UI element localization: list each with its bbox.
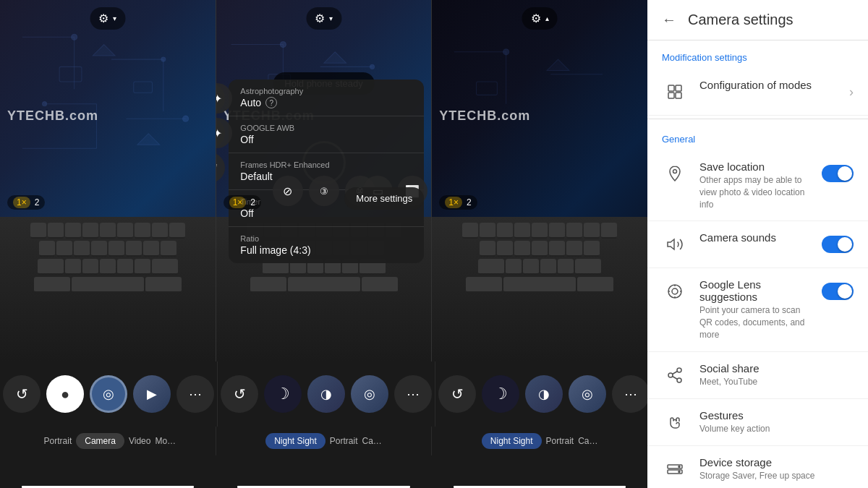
- settings-title: Camera settings: [688, 12, 793, 28]
- mode-label-camera-2[interactable]: Ca…: [362, 436, 382, 446]
- svg-line-44: [673, 371, 678, 374]
- overlay-row-ratio: Ratio Full image (4:3): [229, 227, 424, 263]
- mode-icon-sync-3[interactable]: ↺: [438, 375, 476, 413]
- gestures-subtitle: Volume key action: [699, 423, 854, 435]
- overlay-row-awb: GOOGLE AWB Off: [229, 116, 424, 153]
- panel-top-bar-2: ⚙ ▾: [306, 7, 341, 30]
- camera-panel-2: YTECHB.com Hold phone steady ⚙ ▾ Astroph…: [216, 0, 433, 361]
- mode-label-camera-1[interactable]: Camera: [76, 433, 124, 449]
- config-modes-title: Configuration of modes: [699, 79, 838, 91]
- svg-point-40: [677, 368, 681, 372]
- save-location-toggle[interactable]: [822, 165, 854, 182]
- mode-icon-camera-1[interactable]: ◎: [90, 375, 127, 413]
- settings-item-save-location[interactable]: Save location Other apps may be able to …: [647, 150, 868, 221]
- settings-pill-1[interactable]: ⚙ ▾: [90, 7, 125, 30]
- share-icon: [662, 362, 688, 388]
- social-share-title: Social share: [699, 362, 854, 374]
- google-lens-content: Google Lens suggestions Point your camer…: [699, 278, 810, 341]
- settings-pill-2[interactable]: ⚙ ▾: [306, 7, 341, 30]
- mode-icon-camera-3[interactable]: ◎: [569, 375, 606, 413]
- mode-icon-night-2[interactable]: ☽: [264, 375, 302, 413]
- mode-icon-night-3[interactable]: ☽: [482, 375, 519, 413]
- settings-item-device-storage[interactable]: Device storage Storage Saver, Free up sp…: [647, 446, 868, 488]
- chevron-right-icon: ›: [849, 85, 854, 100]
- settings-pill-3[interactable]: ⚙ ▴: [522, 7, 558, 30]
- lens-icon: [662, 278, 688, 304]
- svg-rect-12: [59, 67, 82, 82]
- mode-label-night-3[interactable]: Night Sight: [482, 433, 542, 449]
- mode-label-video-1[interactable]: Video: [129, 436, 150, 446]
- svg-point-38: [668, 285, 681, 298]
- camera-section: YTECHB.com ⚙ ▾ 1× 2: [0, 0, 647, 488]
- mode-label-more-1[interactable]: Mo…: [155, 436, 176, 446]
- camera-sounds-content: Camera sounds: [699, 231, 810, 244]
- svg-rect-34: [668, 93, 674, 98]
- mode-labels-3: Night Sight Portrait Ca…: [432, 427, 647, 455]
- mode-label-portrait-1[interactable]: Portrait: [44, 436, 72, 446]
- mode-icon-more-3[interactable]: ⋯: [612, 375, 647, 413]
- zoom-badge-2: 1× 2: [224, 195, 261, 210]
- panel-top-bar-3: ⚙ ▴: [522, 7, 558, 30]
- device-storage-content: Device storage Storage Saver, Free up sp…: [699, 456, 854, 482]
- svg-point-47: [678, 466, 680, 467]
- sound-icon: [662, 231, 688, 257]
- svg-point-39: [672, 288, 678, 294]
- mode-label-portrait-2[interactable]: Portrait: [330, 436, 358, 446]
- mode-label-portrait-3[interactable]: Portrait: [546, 436, 574, 446]
- mode-icon-portrait-2[interactable]: ◑: [307, 375, 345, 413]
- grid-icon: [662, 79, 688, 105]
- mode-icon-portrait-3[interactable]: ◑: [525, 375, 563, 413]
- mode-icon-camera-2[interactable]: ◎: [351, 375, 388, 413]
- mode-icon-video-1[interactable]: ▶: [133, 375, 171, 413]
- svg-marker-14: [93, 45, 115, 56]
- sparkle-icon[interactable]: ✦: [216, 83, 233, 114]
- storage-icon: [662, 456, 688, 482]
- zoom-badge-1: 1× 2: [7, 195, 45, 210]
- svg-point-5: [161, 57, 166, 61]
- timer-3-icon[interactable]: ③: [309, 176, 339, 206]
- settings-item-social-share[interactable]: Social share Meet, YouTube: [647, 352, 868, 399]
- svg-marker-31: [547, 59, 569, 70]
- mode-label-night-2[interactable]: Night Sight: [265, 433, 326, 449]
- svg-marker-37: [668, 239, 674, 249]
- settings-item-gestures[interactable]: Gestures Volume key action: [647, 399, 868, 446]
- camera-sounds-toggle[interactable]: [822, 236, 854, 253]
- mode-labels-2: Night Sight Portrait Ca…: [216, 427, 433, 455]
- mode-label-row: Portrait Camera Video Mo… Night Sight Po…: [0, 427, 647, 455]
- settings-item-config-modes[interactable]: Configuration of modes ›: [647, 69, 868, 116]
- mode-panel-2: ↺ ☽ ◑ ◎ ⋯: [218, 361, 435, 427]
- gear-icon-3: ⚙: [531, 12, 541, 25]
- mode-label-camera-3[interactable]: Ca…: [578, 436, 597, 446]
- settings-item-google-lens[interactable]: Google Lens suggestions Point your camer…: [647, 268, 868, 351]
- info-icon[interactable]: ?: [265, 97, 277, 108]
- gestures-title: Gestures: [699, 409, 854, 421]
- camera-panels: YTECHB.com ⚙ ▾ 1× 2: [0, 0, 647, 361]
- svg-point-9: [43, 102, 47, 106]
- camera-bottom-controls: ↺ ● ◎ ▶ ⋯ ↺: [0, 361, 647, 488]
- gear-icon-2: ⚙: [315, 12, 325, 25]
- mode-icon-more-2[interactable]: ⋯: [394, 375, 432, 413]
- google-lens-title: Google Lens suggestions: [699, 278, 810, 303]
- overlay-row-astro: Astrophotography Auto ?: [229, 80, 424, 116]
- mode-icon-sync-2[interactable]: ↺: [221, 375, 258, 413]
- device-storage-subtitle: Storage Saver, Free up space: [699, 470, 854, 482]
- divider-1: [647, 119, 868, 119]
- mode-panel-3: ↺ ☽ ◑ ◎ ⋯: [435, 361, 647, 427]
- section-general-label: General: [647, 122, 868, 150]
- svg-rect-30: [477, 82, 498, 95]
- svg-point-48: [678, 471, 680, 472]
- panel2-right-icons: ✦ ✦: [216, 83, 233, 148]
- mode-icon-portrait-1[interactable]: ●: [46, 375, 84, 413]
- camera-settings-overlay: Astrophotography Auto ? GOOGLE AWB Off F…: [229, 80, 424, 263]
- keyboard-3: [432, 217, 647, 361]
- awb-icon[interactable]: AW: [216, 153, 226, 183]
- back-button[interactable]: ←: [662, 12, 676, 28]
- svg-point-41: [668, 373, 673, 377]
- settings-item-camera-sounds[interactable]: Camera sounds: [647, 221, 868, 268]
- google-lens-toggle[interactable]: [822, 283, 854, 300]
- more-settings-button[interactable]: More settings: [344, 187, 424, 210]
- mode-icon-sync-1[interactable]: ↺: [3, 375, 41, 413]
- sparkle2-icon[interactable]: ✦: [216, 118, 233, 148]
- mode-icon-more-1[interactable]: ⋯: [176, 375, 214, 413]
- timer-off-icon[interactable]: ⊘: [273, 176, 303, 206]
